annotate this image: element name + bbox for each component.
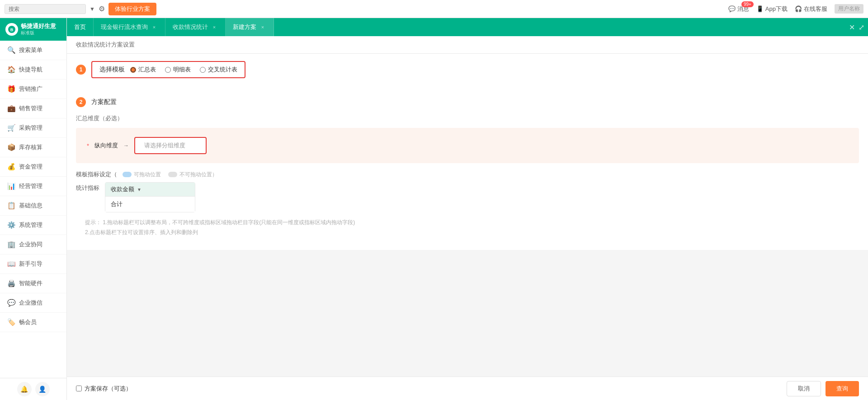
building-icon: 🏢 [7, 240, 15, 249]
page-header: 收款情况统计方案设置 [67, 36, 868, 54]
sidebar-expand-button[interactable]: 🔔 [17, 382, 32, 396]
sidebar-item-purchase[interactable]: 🛒 采购管理 [0, 118, 66, 138]
sidebar-item-basic-info[interactable]: 📋 基础信息 [0, 196, 66, 216]
tab-home[interactable]: 首页 [67, 18, 94, 36]
sidebar-item-member[interactable]: 🏷️ 畅会员 [0, 313, 66, 332]
sidebar-item-enterprise[interactable]: 🏢 企业协同 [0, 235, 66, 254]
radio-summary[interactable]: 汇总表 [130, 66, 156, 74]
metrics-table-header: 收款金额 ▼ [105, 183, 195, 197]
sidebar-item-marketing[interactable]: 🎁 营销推广 [0, 80, 66, 99]
metrics-table-total-cell: 合计 [105, 197, 195, 212]
book-icon: 📖 [7, 260, 15, 268]
movable-indicator [123, 172, 132, 177]
tab-close-new-plan[interactable]: × [259, 24, 266, 31]
config-section: 2 方案配置 汇总维度（必选） * 纵向维度 → 请选择分组维度 模板指标设定（ [67, 93, 868, 250]
chart-icon: 📊 [7, 182, 15, 190]
fixed-indicator [168, 172, 177, 177]
top-bar: ▼ ⚙ 体验行业方案 💬 消息 99+ 📱 App下载 🎧 在线客服 用户名称 [0, 0, 868, 18]
arrow-icon: → [123, 142, 129, 149]
logo-icon: B [5, 23, 18, 36]
box-icon: 📦 [7, 143, 15, 151]
gear-icon: ⚙️ [7, 221, 15, 229]
metrics-table-container: 统计指标 收款金额 ▼ 合计 [76, 182, 859, 212]
sidebar-item-search-menu[interactable]: 🔍 搜索菜单 [0, 41, 66, 60]
online-service-button[interactable]: 🎧 在线客服 [795, 5, 827, 13]
tab-close-bank-flow[interactable]: × [151, 24, 158, 31]
sidebar: B 畅捷通好生意 标准版 🔍 搜索菜单 🏠 快捷导航 🎁 营销推广 💼 销售管理… [0, 18, 67, 400]
column-header-text: 收款金额 [111, 185, 134, 193]
top-bar-right: 💬 消息 99+ 📱 App下载 🎧 在线客服 用户名称 [728, 4, 863, 14]
trial-industry-button[interactable]: 体验行业方案 [108, 3, 156, 15]
close-window-button[interactable]: ✕ [849, 23, 855, 32]
svg-text:B: B [10, 28, 14, 32]
required-star: * [87, 142, 89, 149]
breadcrumb: 收款情况统计方案设置 [76, 41, 135, 48]
user-avatar[interactable]: 用户名称 [835, 4, 863, 14]
cancel-button[interactable]: 取消 [787, 381, 821, 396]
bottom-bar: 方案保存（可选） 取消 查询 [67, 376, 868, 400]
radio-detail[interactable]: 明细表 [165, 66, 191, 74]
sidebar-item-inventory[interactable]: 📦 库存核算 [0, 138, 66, 157]
sidebar-item-quick-nav[interactable]: 🏠 快捷导航 [0, 60, 66, 80]
metrics-title: 模板指标设定（ 可拖动位置 不可拖动位置） [76, 170, 859, 179]
column-dropdown-icon[interactable]: ▼ [137, 187, 142, 192]
search-input[interactable] [5, 4, 86, 14]
tab-close-receipt-stats[interactable]: × [211, 24, 218, 31]
messages-badge: 99+ [741, 1, 754, 7]
save-checkbox[interactable] [76, 386, 82, 391]
section1-title: 选择模板 [99, 66, 125, 74]
dropdown-arrow-icon[interactable]: ▼ [90, 6, 95, 12]
service-icon: 🎧 [795, 5, 802, 12]
tab-bank-flow[interactable]: 现金银行流水查询 × [94, 18, 165, 36]
sidebar-item-guide[interactable]: 📖 新手引导 [0, 254, 66, 274]
page-content: 收款情况统计方案设置 1 选择模板 汇总表 [67, 36, 868, 400]
sidebar-item-system[interactable]: ⚙️ 系统管理 [0, 216, 66, 235]
sidebar-item-sales[interactable]: 💼 销售管理 [0, 99, 66, 118]
dimension-select[interactable]: 请选择分组维度 [134, 137, 207, 154]
mobile-icon: 📱 [756, 5, 764, 12]
tab-receipt-stats[interactable]: 收款情况统计 × [165, 18, 226, 36]
save-option-checkbox[interactable]: 方案保存（可选） [76, 385, 132, 393]
sidebar-item-smart-hardware[interactable]: 🖨️ 智能硬件 [0, 274, 66, 293]
logo-sub: 标准版 [21, 30, 56, 36]
section2-title: 方案配置 [91, 98, 117, 106]
message-icon: 💬 [728, 5, 736, 12]
sidebar-item-wechat[interactable]: 💬 企业微信 [0, 293, 66, 313]
section2-number: 2 [76, 97, 86, 107]
briefcase-icon: 💼 [7, 104, 15, 113]
tab-new-plan[interactable]: 新建方案 × [226, 18, 274, 36]
section1-number: 1 [76, 65, 86, 75]
printer-icon: 🖨️ [7, 279, 15, 287]
radio-cross[interactable]: 交叉统计表 [200, 66, 237, 74]
stats-label-column: 统计指标 [76, 182, 99, 212]
tab-bar-actions: ✕ ⤢ [845, 18, 868, 36]
sidebar-settings-button[interactable]: 👤 [35, 382, 50, 396]
hint-fixed: 不可拖动位置） [168, 171, 217, 179]
sidebar-item-operations[interactable]: 📊 经营管理 [0, 177, 66, 196]
metrics-section: 模板指标设定（ 可拖动位置 不可拖动位置） [76, 170, 859, 212]
gift-icon: 🎁 [7, 85, 15, 93]
home-icon: 🏠 [7, 66, 15, 74]
content-area: 首页 现金银行流水查询 × 收款情况统计 × 新建方案 × ✕ ⤢ [67, 18, 868, 400]
sidebar-item-finance[interactable]: 💰 资金管理 [0, 157, 66, 177]
metrics-hint: 可拖动位置 不可拖动位置） [123, 171, 217, 179]
sidebar-bottom: 🔔 👤 [0, 378, 66, 400]
bottom-buttons: 取消 查询 [787, 381, 859, 396]
cart-icon: 🛒 [7, 124, 15, 132]
settings-icon[interactable]: ⚙ [99, 5, 105, 13]
list-icon: 📋 [7, 202, 15, 210]
metrics-table: 收款金额 ▼ 合计 [105, 182, 195, 212]
query-button[interactable]: 查询 [826, 381, 859, 396]
maximize-window-button[interactable]: ⤢ [859, 23, 864, 32]
template-select-container: 选择模板 汇总表 明细表 [91, 61, 245, 78]
search-menu-icon: 🔍 [7, 46, 15, 54]
chat-icon: 💬 [7, 299, 15, 307]
section1-row: 1 选择模板 汇总表 明细表 [76, 61, 859, 78]
messages-button[interactable]: 💬 消息 99+ [728, 5, 749, 13]
app-download-button[interactable]: 📱 App下载 [756, 5, 788, 13]
sidebar-logo: B 畅捷通好生意 标准版 [0, 18, 66, 41]
logo-text: 畅捷通好生意 [21, 23, 56, 30]
vertical-dimension-label: 纵向维度 [94, 141, 118, 150]
tips-section: 提示： 1.拖动标题栏可以调整布局，不可跨维度或指标区域拖动栏目字段(只能在同一… [76, 212, 859, 243]
template-section: 1 选择模板 汇总表 明细表 [67, 54, 868, 93]
